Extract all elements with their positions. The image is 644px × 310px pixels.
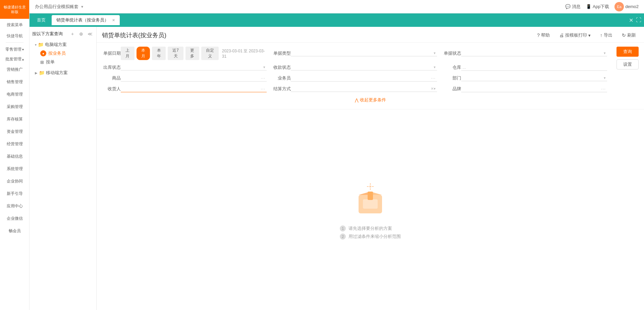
brand-label: 品牌 bbox=[442, 86, 461, 92]
tab-close-icon[interactable]: ✕ bbox=[112, 18, 115, 22]
add-scheme-btn[interactable]: + bbox=[69, 30, 76, 38]
receipt-status-arrow-icon: ▾ bbox=[434, 65, 436, 69]
tab-home[interactable]: 首页 bbox=[32, 15, 50, 25]
brand-dots-icon[interactable]: ··· bbox=[601, 86, 606, 91]
tree-node-desktop-label: 电脑端方案 bbox=[45, 42, 67, 48]
tree-children-desktop: ● 按业务员 ⊞ 按单 bbox=[32, 49, 94, 66]
salesperson-label: 业务员 bbox=[272, 75, 291, 81]
doc-type-label: 单据类型 bbox=[272, 50, 291, 56]
date-btn-thisyear[interactable]: 本年 bbox=[152, 47, 166, 60]
header-dropdown-icon[interactable]: ▾ bbox=[81, 4, 83, 9]
retail-mgmt-text: 零售管理 bbox=[5, 47, 21, 52]
warehouse-placeholder: ... bbox=[463, 65, 606, 70]
ecommerce-text: 电商管理 bbox=[7, 92, 23, 97]
template-print-btn[interactable]: 🖨 按模板打印 ▾ bbox=[556, 31, 593, 40]
goods-cell: 商品 ··· bbox=[102, 75, 272, 82]
tree-node-desktop[interactable]: ▾ 📁 电脑端方案 bbox=[32, 40, 94, 49]
collapse-panel-btn[interactable]: ≪ bbox=[86, 30, 94, 38]
brand-cell: 品牌 ··· bbox=[442, 86, 612, 92]
retail-mgmt-label[interactable]: 零售管理 ▾ bbox=[0, 44, 29, 54]
sidebar-item-inventory[interactable]: 库存核算 bbox=[0, 113, 29, 125]
quick-nav-item[interactable]: 快捷导航 bbox=[0, 30, 29, 41]
hint-num-1: 1 bbox=[340, 225, 346, 231]
filter-area: 单据日期 上月 本月 本年 近7天 更多 自定义 2023-03-01 至 20… bbox=[97, 43, 644, 109]
brand-select[interactable]: ··· bbox=[461, 86, 607, 92]
query-button[interactable]: 查询 bbox=[616, 47, 639, 57]
retail-mgmt-group[interactable]: 零售管理 ▾ bbox=[0, 44, 29, 54]
collapse-conditions-btn[interactable]: ⋀ 收起更多条件 bbox=[102, 95, 639, 105]
hint-text-1: 请先选择要分析的方案 bbox=[348, 225, 392, 231]
receiver-cell: 收货人 ··· bbox=[102, 86, 272, 92]
sidebar-item-ecommerce[interactable]: 电商管理 bbox=[0, 88, 29, 101]
tab-collapse-icon[interactable]: ✕ bbox=[629, 17, 633, 23]
sidebar-item-newguide[interactable]: 新手引导 bbox=[0, 188, 29, 200]
wholesale-mgmt-text: 批发管理 bbox=[5, 56, 21, 62]
receipt-status-select[interactable]: ▾ bbox=[291, 64, 437, 70]
wholesale-mgmt-group[interactable]: 批发管理 ▴ bbox=[0, 54, 29, 63]
sidebar-item-basic[interactable]: 基础信息 bbox=[0, 150, 29, 163]
message-btn[interactable]: 💬 消息 bbox=[565, 4, 581, 10]
purchase-text: 采购管理 bbox=[7, 104, 23, 110]
receiver-input[interactable]: ··· bbox=[121, 86, 267, 92]
sidebar-item-member[interactable]: 畅会员 bbox=[0, 225, 29, 237]
chevron-up-icon: ▴ bbox=[22, 57, 24, 61]
salesperson-select[interactable]: ··· bbox=[291, 75, 437, 82]
sidebar: 畅捷通好生意 标版 搜索菜单 快捷导航 零售管理 ▾ 批发管理 ▴ 营销推广 销… bbox=[0, 0, 30, 310]
edit-scheme-btn[interactable]: ⊕ bbox=[77, 30, 85, 38]
date-btn-more[interactable]: 更多 bbox=[185, 47, 199, 60]
tab-sales-stat[interactable]: 销货单统计表（按业务员） ✕ bbox=[52, 15, 120, 25]
refresh-btn[interactable]: ↻ 刷新 bbox=[619, 31, 639, 40]
download-icon: 📱 bbox=[586, 4, 591, 9]
receiver-dots-icon[interactable]: ··· bbox=[261, 86, 265, 91]
date-range-display: 2023-03-01 至 2023-03-31 bbox=[222, 48, 267, 59]
sidebar-item-operation[interactable]: 经营管理 bbox=[0, 138, 29, 150]
payment-method-cell: 结算方式 ✕ ▾ bbox=[272, 86, 442, 92]
wholesale-mgmt-label[interactable]: 批发管理 ▴ bbox=[0, 54, 29, 63]
app-download-label: App下载 bbox=[593, 4, 609, 10]
goods-select[interactable]: ··· bbox=[121, 75, 267, 82]
salesperson-dots-icon[interactable]: ··· bbox=[431, 75, 436, 81]
department-select[interactable]: ▾ bbox=[461, 75, 607, 81]
department-arrow-icon: ▾ bbox=[604, 76, 606, 80]
date-label: 单据日期 bbox=[102, 50, 121, 56]
payment-method-clear-icon[interactable]: ✕ bbox=[431, 87, 434, 91]
setting-button[interactable]: 设置 bbox=[616, 59, 639, 69]
export-btn[interactable]: ↑ 导出 bbox=[597, 31, 615, 40]
tree-sub-order[interactable]: ⊞ 按单 bbox=[38, 58, 94, 66]
date-btn-thismonth[interactable]: 本月 bbox=[137, 47, 150, 60]
goods-dots-icon[interactable]: ··· bbox=[261, 75, 265, 81]
grid-icon: ⊞ bbox=[40, 60, 44, 65]
warehouse-select[interactable]: ... bbox=[461, 64, 607, 71]
tab-home-label: 首页 bbox=[37, 17, 46, 23]
refresh-icon: ↻ bbox=[622, 33, 626, 38]
sidebar-item-marketing[interactable]: 营销推广 bbox=[0, 63, 29, 76]
empty-hints: 1 请先选择要分析的方案 2 用过滤条件来缩小分析范围 bbox=[340, 225, 401, 240]
doc-status-select[interactable]: ▾ bbox=[461, 50, 607, 56]
sidebar-item-system[interactable]: 系统管理 bbox=[0, 163, 29, 175]
out-status-select[interactable]: ▾ bbox=[121, 64, 267, 70]
search-menu-item[interactable]: 搜索菜单 bbox=[0, 19, 29, 30]
help-btn[interactable]: ? 帮助 bbox=[534, 31, 552, 40]
date-btn-7days[interactable]: 近7天 bbox=[168, 47, 183, 60]
print-dropdown-icon: ▾ bbox=[588, 33, 591, 38]
payment-method-select[interactable]: ✕ ▾ bbox=[291, 86, 437, 92]
sidebar-item-purchase[interactable]: 采购管理 bbox=[0, 101, 29, 113]
sidebar-item-wechat[interactable]: 企业微信 bbox=[0, 212, 29, 225]
message-icon: 💬 bbox=[565, 4, 571, 9]
department-cell: 部门 ▾ bbox=[442, 75, 612, 82]
date-btn-lastmonth[interactable]: 上月 bbox=[121, 47, 135, 60]
date-btn-custom[interactable]: 自定义 bbox=[201, 47, 219, 60]
doc-type-select[interactable]: ▾ bbox=[291, 50, 437, 56]
tree-node-mobile[interactable]: ▶ 📁 移动端方案 bbox=[32, 68, 94, 77]
main-area: 办公用品行业模拟账套 ▾ 💬 消息 📱 App下载 Ea demo2 首页 bbox=[30, 0, 644, 310]
tab-expand-icon[interactable]: ⛶ bbox=[636, 17, 641, 23]
app-download-btn[interactable]: 📱 App下载 bbox=[586, 4, 609, 10]
user-profile[interactable]: Ea demo2 bbox=[614, 2, 639, 11]
avatar-initials: Ea bbox=[617, 5, 622, 9]
sidebar-item-enterprise[interactable]: 企业协同 bbox=[0, 175, 29, 188]
sidebar-item-finance[interactable]: 资金管理 bbox=[0, 125, 29, 138]
tree-sub-salesperson[interactable]: ● 按业务员 bbox=[38, 49, 94, 58]
doc-status-arrow-icon: ▾ bbox=[604, 51, 606, 55]
sidebar-item-appcenter[interactable]: 应用中心 bbox=[0, 200, 29, 212]
sidebar-item-sales[interactable]: 销售管理 bbox=[0, 76, 29, 88]
